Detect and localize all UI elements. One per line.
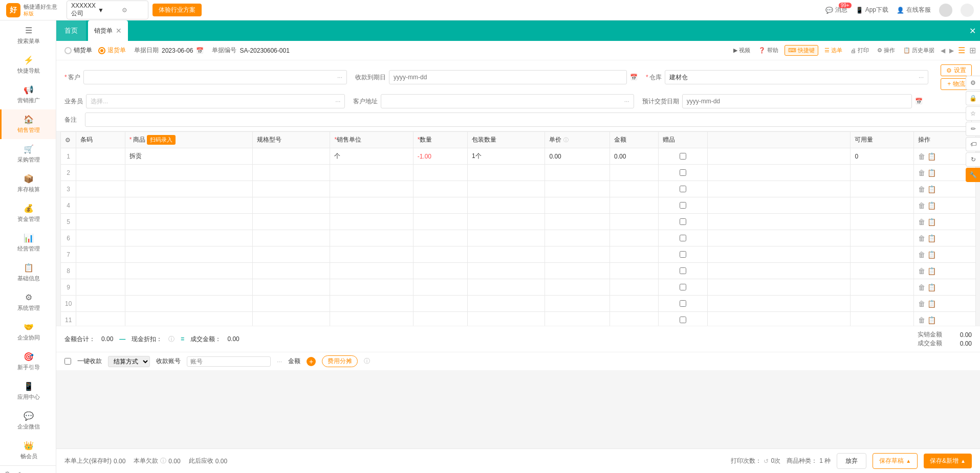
barcode-cell[interactable] xyxy=(76,230,125,246)
product-cell[interactable]: 拆贡 xyxy=(125,148,252,165)
help-btn[interactable]: ❓ 帮助 xyxy=(756,46,780,55)
unit-cell[interactable] xyxy=(330,197,413,214)
spec-cell[interactable] xyxy=(253,230,330,246)
trial-btn[interactable]: 体验行业方案 xyxy=(153,4,202,16)
spec-cell[interactable] xyxy=(253,214,330,230)
product-cell[interactable] xyxy=(125,181,252,197)
history-btn[interactable]: 📋 历史单据 xyxy=(901,46,937,55)
product-cell[interactable] xyxy=(125,263,252,279)
rsp-lock-btn[interactable]: 🔒 xyxy=(966,91,980,105)
warehouse-input[interactable]: 建材仓 ··· xyxy=(665,70,928,84)
customer-input[interactable]: ··· xyxy=(83,70,347,84)
gift-cell[interactable] xyxy=(659,165,707,181)
barcode-cell[interactable] xyxy=(76,197,125,214)
calendar-icon[interactable]: 📅 xyxy=(196,47,204,54)
product-cell[interactable] xyxy=(125,279,252,296)
copy-icon[interactable]: 📋 xyxy=(927,201,936,210)
copy-icon[interactable]: 📋 xyxy=(927,300,936,308)
copy-icon[interactable]: 📋 xyxy=(927,152,936,161)
radio-sales[interactable]: 销货单 xyxy=(64,46,92,55)
gift-cell[interactable] xyxy=(659,148,707,165)
ops-cell[interactable]: 🗑 📋 xyxy=(913,181,975,197)
select-btn[interactable]: ☰ 选单 xyxy=(822,46,844,55)
nav-next-icon[interactable]: ▶ xyxy=(949,47,954,54)
barcode-cell[interactable] xyxy=(76,148,125,165)
pkg-qty-cell[interactable] xyxy=(468,165,545,181)
pkg-qty-cell[interactable] xyxy=(468,197,545,214)
ops-cell[interactable]: 🗑 📋 xyxy=(913,263,975,279)
settlement-method-select[interactable]: 结算方式 xyxy=(108,356,150,367)
ops-cell[interactable]: 🗑 📋 xyxy=(913,279,975,296)
sidebar-item-marketing[interactable]: 📢 营销推广 xyxy=(0,80,56,109)
unit-cell[interactable] xyxy=(330,230,413,246)
sidebar-item-sales[interactable]: 🏠 销售管理 xyxy=(0,109,56,139)
customer-address-input[interactable]: ··· xyxy=(381,94,634,108)
product-cell[interactable] xyxy=(125,165,252,181)
pkg-qty-cell[interactable] xyxy=(468,312,545,326)
barcode-cell[interactable] xyxy=(76,165,125,181)
save-new-btn[interactable]: 保存&新增 ▲ xyxy=(924,454,972,468)
rsp-tag-btn[interactable]: 🏷 xyxy=(966,137,980,151)
gift-cell[interactable] xyxy=(659,246,707,263)
sidebar-item-ops[interactable]: 📊 经营管理 xyxy=(0,228,56,258)
sidebar-item-search-order[interactable]: ☰ 搜索菜单 xyxy=(0,20,56,50)
qty-cell[interactable] xyxy=(413,312,467,326)
sidebar-item-purchase[interactable]: 🛒 采购管理 xyxy=(0,139,56,169)
rsp-settings-btn[interactable]: ⚙ xyxy=(966,76,980,90)
list-view-icon[interactable]: ☰ xyxy=(958,46,965,55)
qty-cell[interactable]: -1.00 xyxy=(413,148,467,165)
delete-icon[interactable]: 🗑 xyxy=(918,267,925,275)
close-all-tabs-btn[interactable]: ✕ xyxy=(969,27,976,35)
salesperson-input[interactable]: 选择... ··· xyxy=(86,94,345,108)
gift-cell[interactable] xyxy=(659,181,707,197)
nav-prev-icon[interactable]: ◀ xyxy=(941,47,945,54)
qty-cell[interactable] xyxy=(413,214,467,230)
barcode-cell[interactable] xyxy=(76,312,125,326)
gift-cell[interactable] xyxy=(659,263,707,279)
pkg-qty-cell[interactable] xyxy=(468,279,545,296)
rsp-tool-btn[interactable]: 🔧 xyxy=(966,168,980,182)
price-cell[interactable] xyxy=(545,279,610,296)
delivery-date-input[interactable] xyxy=(682,94,912,108)
sidebar-item-sys[interactable]: ⚙ 系统管理 xyxy=(0,287,56,317)
delete-icon[interactable]: 🗑 xyxy=(918,218,925,226)
price-cell[interactable] xyxy=(545,263,610,279)
sidebar-item-app[interactable]: 📱 应用中心 xyxy=(0,376,56,406)
ops-cell[interactable]: 🗑 📋 xyxy=(913,296,975,312)
product-cell[interactable] xyxy=(125,230,252,246)
amount-cell[interactable] xyxy=(609,296,658,312)
copy-icon[interactable]: 📋 xyxy=(927,267,936,275)
qty-cell[interactable] xyxy=(413,197,467,214)
spec-cell[interactable] xyxy=(253,165,330,181)
operate-btn[interactable]: ⚙ 操作 xyxy=(875,46,897,55)
amount-cell[interactable]: 0.00 xyxy=(609,148,658,165)
sidebar-item-collab[interactable]: 🤝 企业协同 xyxy=(0,317,56,347)
price-cell[interactable] xyxy=(545,312,610,326)
spec-cell[interactable] xyxy=(253,279,330,296)
save-draft-btn[interactable]: 保存草稿 ▲ xyxy=(873,453,918,469)
copy-icon[interactable]: 📋 xyxy=(927,169,936,177)
delete-icon[interactable]: 🗑 xyxy=(918,300,925,308)
amount-cell[interactable] xyxy=(609,279,658,296)
product-cell[interactable] xyxy=(125,197,252,214)
gift-cell[interactable] xyxy=(659,296,707,312)
copy-icon[interactable]: 📋 xyxy=(927,316,936,324)
spec-cell[interactable] xyxy=(253,181,330,197)
tab-sales-order[interactable]: 销货单 ✕ xyxy=(88,20,128,41)
sidebar-item-member[interactable]: 👑 畅会员 xyxy=(0,436,56,465)
barcode-cell[interactable] xyxy=(76,181,125,197)
spec-cell[interactable] xyxy=(253,263,330,279)
delete-icon[interactable]: 🗑 xyxy=(918,316,925,324)
price-cell[interactable] xyxy=(545,214,610,230)
price-cell[interactable] xyxy=(545,246,610,263)
unit-cell[interactable] xyxy=(330,296,413,312)
calendar-icon-3[interactable]: 📅 xyxy=(915,98,923,105)
sidebar-item-wechat[interactable]: 💬 企业微信 xyxy=(0,406,56,436)
gear-icon[interactable]: ⚙ xyxy=(122,7,144,14)
one-click-checkbox[interactable] xyxy=(64,358,71,365)
price-cell[interactable] xyxy=(545,230,610,246)
pkg-qty-cell[interactable] xyxy=(468,230,545,246)
rsp-star-btn[interactable]: ☆ xyxy=(966,106,980,121)
unit-cell[interactable] xyxy=(330,312,413,326)
pkg-qty-cell[interactable]: 1个 xyxy=(468,148,545,165)
